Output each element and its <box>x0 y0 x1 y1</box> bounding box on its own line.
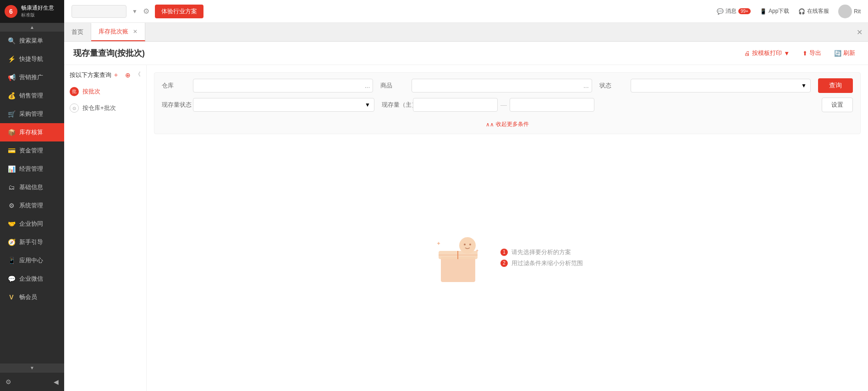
plan-item-batch[interactable]: 批 按批次 <box>64 83 146 100</box>
sidebar-item-search[interactable]: 🔍 搜索菜单 <box>0 32 64 50</box>
query-button[interactable]: 查询 <box>818 78 853 93</box>
sidebar-scroll-up[interactable]: ▲ <box>0 23 64 32</box>
warehouse-batch-plan-icon: ⊙ <box>70 103 79 113</box>
demo-industry-button[interactable]: 体验行业方案 <box>155 5 203 18</box>
page-title: 现存量查询(按批次) <box>73 48 145 59</box>
settings-gear-icon[interactable]: ⚙ <box>143 7 149 16</box>
sidebar-item-label: 搜索菜单 <box>19 37 43 45</box>
sidebar-item-label: 快捷导航 <box>19 55 43 63</box>
sidebar-item-vip[interactable]: V 畅会员 <box>0 288 64 306</box>
inventory-icon: 📦 <box>7 128 16 136</box>
customer-service-icon: 🎧 <box>798 8 805 15</box>
top-header-right: 💬 消息 99+ 📱 App下载 🎧 在线客服 Rit <box>717 5 861 18</box>
sidebar-item-app-center[interactable]: 📱 应用中心 <box>0 251 64 270</box>
sidebar-item-basics[interactable]: 🗂 基础信息 <box>0 178 64 196</box>
inventory-qty-filter: 现存量（主） — <box>382 98 594 112</box>
product-input-container: ... <box>412 79 592 92</box>
warehouse-input-container: ... <box>193 79 373 92</box>
user-profile[interactable]: Rit <box>838 5 861 18</box>
sidebar-item-label: 采购管理 <box>19 110 43 118</box>
left-panel-title: 按以下方案查询 <box>70 71 111 79</box>
status-select[interactable]: ▼ <box>631 79 811 92</box>
sidebar-item-finance[interactable]: 💳 资金管理 <box>0 141 64 160</box>
sidebar-item-label: 营销推广 <box>19 73 43 81</box>
sidebar-item-newbie[interactable]: 🧭 新手引导 <box>0 233 64 251</box>
print-icon: 🖨 <box>744 50 750 57</box>
step-1-number: 1 <box>500 249 508 256</box>
collapse-sidebar-button[interactable]: ◀ <box>52 376 60 387</box>
warehouse-dots-button[interactable]: ... <box>362 82 373 89</box>
warehouse-input[interactable] <box>193 82 362 89</box>
filter-row-2: 现存量状态 ▼ 现存量（主） — <box>162 98 853 112</box>
settings-footer-button[interactable]: ⚙ <box>4 376 13 387</box>
tab-bar: 首页 库存批次账 ✕ ✕ <box>64 23 868 42</box>
warehouse-label: 仓库 <box>162 81 189 90</box>
product-dots-button[interactable]: ... <box>581 82 592 89</box>
export-icon: ⬆ <box>802 50 808 57</box>
sidebar-item-label: 应用中心 <box>19 256 43 265</box>
sidebar-item-system[interactable]: ⚙ 系统管理 <box>0 196 64 215</box>
settings-button[interactable]: 设置 <box>822 98 853 112</box>
status-filter: 状态 ▼ <box>599 79 811 92</box>
search-icon: 🔍 <box>7 37 16 45</box>
main-area: ▼ ⚙ 体验行业方案 💬 消息 99+ 📱 App下载 🎧 在线客服 Rit <box>64 0 868 391</box>
inventory-qty-min-input[interactable] <box>413 98 498 112</box>
filter-section: 仓库 ... 商品 ... <box>154 72 861 134</box>
customer-service-action[interactable]: 🎧 在线客服 <box>798 7 829 15</box>
empty-step-1: 1 请先选择要分析的方案 <box>500 248 583 256</box>
tab-close-button[interactable]: ✕ <box>133 28 137 35</box>
content-header: 现存量查询(按批次) 🖨 按模板打印 ▼ ⬆ 导出 🔄 刷新 <box>64 42 868 65</box>
app-download-action[interactable]: 📱 App下载 <box>760 7 789 15</box>
basics-icon: 🗂 <box>7 183 16 191</box>
app-logo: 6 <box>5 5 17 18</box>
product-input[interactable] <box>412 82 581 89</box>
export-button[interactable]: ⬆ 导出 <box>799 47 825 59</box>
inventory-status-filter: 现存量状态 ▼ <box>162 98 374 112</box>
tab-home[interactable]: 首页 <box>64 23 91 41</box>
sidebar-item-sales[interactable]: 💰 销售管理 <box>0 87 64 105</box>
user-name: Rit <box>854 8 861 15</box>
sidebar-item-label: 畅会员 <box>19 293 37 301</box>
sidebar-item-operation[interactable]: 📊 经营管理 <box>0 160 64 178</box>
search-chevron-icon[interactable]: ▼ <box>132 8 137 15</box>
add-plan-button[interactable]: ＋ <box>111 71 121 80</box>
refresh-button[interactable]: 🔄 刷新 <box>830 47 859 59</box>
quick-nav-icon: ⚡ <box>7 55 16 63</box>
sidebar-item-label: 基础信息 <box>19 183 43 191</box>
app-download-icon: 📱 <box>760 8 767 15</box>
tab-batch-account[interactable]: 库存批次账 ✕ <box>91 23 145 41</box>
plan-item-warehouse-batch[interactable]: ⊙ 按仓库+批次 <box>64 100 146 116</box>
plan-label: 按批次 <box>82 87 100 96</box>
collapse-more-button[interactable]: ∧∧ 收起更多条件 <box>162 117 853 128</box>
inventory-status-select[interactable]: ▼ <box>193 98 374 112</box>
sales-icon: 💰 <box>7 92 16 100</box>
sidebar-item-enterprise[interactable]: 🤝 企业协同 <box>0 215 64 233</box>
sidebar-item-label: 企业协同 <box>19 220 43 228</box>
close-panel-button[interactable]: ✕ <box>855 26 864 38</box>
content-area: 现存量查询(按批次) 🖨 按模板打印 ▼ ⬆ 导出 🔄 刷新 <box>64 42 868 391</box>
left-panel-actions: ＋ ⊕ 《 <box>111 71 141 80</box>
sidebar-footer: ⚙ ◀ <box>0 372 64 391</box>
inventory-qty-max-input[interactable] <box>510 98 594 112</box>
sidebar-scroll-down[interactable]: ▼ <box>0 364 64 372</box>
sidebar-item-quick-nav[interactable]: ⚡ 快捷导航 <box>0 50 64 68</box>
action-btns: 查询 <box>818 78 853 93</box>
plan-settings-button[interactable]: ⊕ <box>123 71 132 80</box>
top-header: ▼ ⚙ 体验行业方案 💬 消息 99+ 📱 App下载 🎧 在线客服 Rit <box>64 0 868 23</box>
top-search-input[interactable] <box>71 5 126 18</box>
empty-step-2: 2 用过滤条件来缩小分析范围 <box>500 259 583 267</box>
sidebar-item-inventory[interactable]: 📦 库存核算 <box>0 123 64 141</box>
right-panel: 仓库 ... 商品 ... <box>147 65 868 391</box>
sidebar-item-label: 库存核算 <box>19 128 43 136</box>
sidebar-item-wechat[interactable]: 💬 企业微信 <box>0 270 64 288</box>
status-label: 状态 <box>599 81 627 90</box>
batch-plan-icon: 批 <box>70 87 79 96</box>
collapse-panel-icon[interactable]: 《 <box>135 71 141 80</box>
sidebar-item-marketing[interactable]: 📢 营销推广 <box>0 68 64 87</box>
print-button[interactable]: 🖨 按模板打印 ▼ <box>741 47 793 59</box>
messages-action[interactable]: 💬 消息 99+ <box>717 7 751 15</box>
sidebar-item-purchase[interactable]: 🛒 采购管理 <box>0 105 64 123</box>
sidebar-item-label: 企业微信 <box>19 275 43 283</box>
filter-row-1: 仓库 ... 商品 ... <box>162 78 853 93</box>
empty-svg: ✦ ✦ <box>432 232 487 287</box>
